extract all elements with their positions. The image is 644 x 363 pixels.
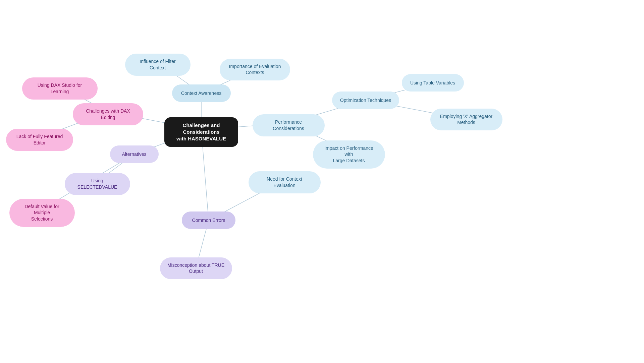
mindmap-node-usingDAXStudio: Using DAX Studio for Learning <box>22 77 98 100</box>
mindmap-node-employingAggregator: Employing 'X' AggregatorMethods <box>430 109 502 131</box>
mindmap-node-importanceEvaluationContexts: Importance of EvaluationContexts <box>220 59 290 81</box>
mindmap-node-misconceptionTRUE: Misconception about TRUEOutput <box>160 257 232 280</box>
mindmap-node-alternatives: Alternatives <box>110 145 159 163</box>
mindmap-node-commonErrors: Common Errors <box>182 211 235 229</box>
mindmap-node-performanceConsiderations: Performance Considerations <box>253 114 325 136</box>
mindmap-node-optimizationTechniques: Optimization Techniques <box>332 92 399 109</box>
mindmap-node-lackEditor: Lack of Fully Featured Editor <box>6 129 73 151</box>
mindmap-node-contextAwareness: Context Awareness <box>172 84 231 102</box>
mindmap-node-defaultValueMultiple: Default Value for MultipleSelections <box>9 199 75 227</box>
mindmap-node-usingTableVariables: Using Table Variables <box>402 74 464 92</box>
mindmap-node-influenceFilterContext: Influence of Filter Context <box>125 54 191 76</box>
mindmap-node-impactPerformance: Impact on Performance withLarge Datasets <box>313 140 385 169</box>
mindmap-node-usingSelectedValue: Using SELECTEDVALUE <box>65 173 130 195</box>
mindmap-node-center: Challenges and Considerationswith HASONE… <box>164 117 238 147</box>
mindmap-node-needContextEvaluation: Need for Context Evaluation <box>249 171 321 193</box>
mindmap-node-challengesDAXEditing: Challenges with DAX Editing <box>73 103 143 125</box>
